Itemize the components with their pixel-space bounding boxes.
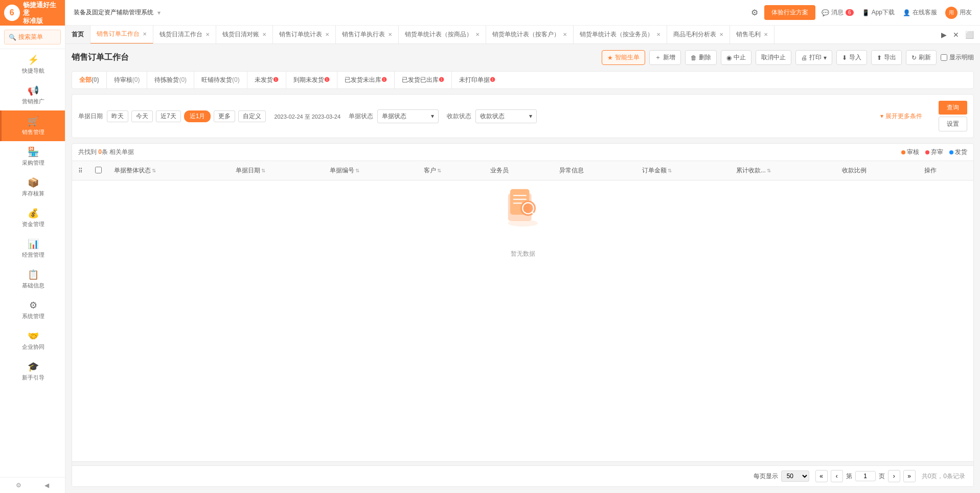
col-date[interactable]: 单据日期⇅ [230, 161, 324, 181]
sidebar-item-enterprise[interactable]: 🤝 企业协同 [0, 325, 65, 356]
close-tab-by-staff[interactable]: ✕ [656, 32, 660, 37]
status-select[interactable]: 单据状态 ▾ [377, 109, 439, 123]
sub-tab-overdue[interactable]: 到期未发货❶ [286, 72, 337, 88]
sub-tab-not-shipped[interactable]: 未发货❶ [247, 72, 286, 88]
sidebar-item-system[interactable]: ⚙ 系统管理 [0, 295, 65, 325]
col-amount[interactable]: 订单金额⇅ [636, 161, 730, 181]
sidebar-item-marketing[interactable]: 📢 营销推广 [0, 80, 65, 110]
horizontal-scrollbar[interactable] [72, 461, 973, 465]
tab-home[interactable]: 首页 [65, 26, 90, 44]
close-tab-sales-workbench[interactable]: ✕ [143, 31, 147, 37]
sidebar-item-inventory[interactable]: 📦 库存核算 [0, 172, 65, 203]
tab-sales-exec[interactable]: 销售订单执行表 ✕ [336, 26, 399, 44]
settings-icon[interactable]: ⚙ [16, 482, 21, 489]
table-header-row: ⠿ 单据整体状态⇅ 单据日期⇅ 单据编号⇅ 客户⇅ 业务员 异常信息 订单金额⇅… [72, 161, 973, 181]
sidebar-item-operations[interactable]: 📊 经营管理 [0, 233, 65, 264]
sidebar-item-finance[interactable]: 💰 资金管理 [0, 203, 65, 233]
close-tab-by-customer[interactable]: ✕ [563, 32, 567, 37]
print-icon: 🖨 [801, 54, 807, 61]
tab-sales-by-product[interactable]: 销货单统计表（按商品） ✕ [399, 26, 486, 44]
review-op[interactable]: 审核 [901, 148, 919, 156]
close-tab-by-product[interactable]: ✕ [475, 32, 480, 37]
sub-tab-pending-inspect[interactable]: 待拣验货(0) [147, 72, 194, 88]
sub-tab-shipped-not-out[interactable]: 已发货未出库❶ [337, 72, 395, 88]
collapse-icon[interactable]: ◀ [44, 482, 49, 489]
header-dropdown-icon[interactable]: ▾ [157, 9, 161, 16]
sub-tab-not-printed[interactable]: 未打印单据❶ [452, 72, 503, 88]
date-options: 昨天 今天 近7天 近1月 更多 自定义 [107, 110, 266, 122]
col-status[interactable]: 单据整体状态⇅ [108, 161, 230, 181]
setting-button[interactable]: 设置 [939, 117, 967, 131]
prev-page-btn[interactable]: ‹ [831, 470, 843, 482]
date-btn-yesterday[interactable]: 昨天 [107, 110, 128, 122]
user-item[interactable]: 用 用友 [945, 7, 972, 19]
page-number-input[interactable] [855, 471, 876, 481]
tab-cash-daily[interactable]: 钱货日清工作台 ✕ [153, 26, 216, 44]
sidebar-item-guide[interactable]: 🎓 新手引导 [0, 356, 65, 387]
tab-sales-more[interactable]: 销售毛利 ✕ [730, 26, 774, 44]
show-detail-checkbox[interactable]: 显示明细 [941, 53, 974, 62]
next-page-btn[interactable]: › [888, 470, 900, 482]
tab-sales-by-customer[interactable]: 销货单统计表（按客户） ✕ [486, 26, 574, 44]
stop-button[interactable]: ◉ 中止 [721, 50, 751, 65]
date-label: 单据日期 [78, 112, 103, 121]
add-button[interactable]: ＋ 新增 [649, 50, 681, 65]
expand-filter-button[interactable]: ▾ 展开更多条件 [880, 112, 922, 121]
payment-select[interactable]: 收款状态 ▾ [475, 109, 537, 123]
export-button[interactable]: ⬆ 导出 [871, 50, 902, 65]
tabs-close-all[interactable]: ✕ [951, 30, 961, 40]
tab-sales-by-staff[interactable]: 销货单统计表（按业务员） ✕ [574, 26, 667, 44]
industry-btn[interactable]: 体验行业方案 [764, 5, 815, 20]
tab-product-margin[interactable]: 商品毛利分析表 ✕ [667, 26, 730, 44]
date-btn-more[interactable]: 更多 [214, 110, 235, 122]
print-button[interactable]: 🖨 打印 ▾ [795, 50, 832, 65]
sidebar-item-sales[interactable]: 🛒 销售管理 [0, 110, 65, 141]
tab-sales-workbench[interactable]: 销售订单工作台 ✕ [90, 26, 153, 44]
close-tab-sales-exec[interactable]: ✕ [388, 32, 392, 37]
sub-tab-shipped-out[interactable]: 已发货已出库❶ [395, 72, 452, 88]
refresh-button[interactable]: ↻ 刷新 [906, 50, 937, 65]
sub-tab-pending-review[interactable]: 待审核(0) [107, 72, 148, 88]
cancel-stop-button[interactable]: 取消中止 [756, 50, 791, 65]
sidebar-item-basic-info[interactable]: 📋 基础信息 [0, 264, 65, 295]
date-btn-custom[interactable]: 自定义 [238, 110, 266, 122]
sub-tab-all[interactable]: 全部(0) [72, 72, 107, 88]
smart-create-button[interactable]: ★ 智能生单 [602, 50, 645, 65]
col-number[interactable]: 单据编号⇅ [324, 161, 418, 181]
query-button[interactable]: 查询 [939, 101, 967, 115]
date-btn-1month[interactable]: 近1月 [184, 110, 211, 122]
sub-tab-wangpu[interactable]: 旺铺待发货(0) [194, 72, 247, 88]
date-btn-today[interactable]: 今天 [131, 110, 153, 122]
select-all-checkbox[interactable] [95, 167, 102, 173]
col-customer[interactable]: 客户⇅ [418, 161, 484, 181]
header-gear-icon[interactable]: ⚙ [751, 8, 758, 17]
cancel-review-op[interactable]: 弃审 [925, 148, 943, 156]
first-page-btn[interactable]: « [815, 470, 828, 482]
online-service-item[interactable]: 👤 在线客服 [903, 8, 937, 17]
delete-button[interactable]: 🗑 删除 [685, 50, 717, 65]
col-collected[interactable]: 累计收款...⇅ [730, 161, 836, 181]
search-menu-button[interactable]: 🔍 搜索菜单 [4, 30, 61, 44]
close-tab-cash-reconcile[interactable]: ✕ [262, 32, 266, 37]
page-size-select[interactable]: 10 20 50 100 [781, 470, 809, 482]
tab-sales-stat[interactable]: 销售订单统计表 ✕ [273, 26, 336, 44]
sidebar-item-quick-nav[interactable]: ⚡ 快捷导航 [0, 49, 65, 80]
ship-op[interactable]: 发货 [949, 148, 967, 156]
close-tab-cash-daily[interactable]: ✕ [206, 32, 210, 37]
close-tab-margin[interactable]: ✕ [719, 32, 723, 37]
last-page-btn[interactable]: » [903, 470, 916, 482]
sidebar-item-purchase[interactable]: 🏪 采购管理 [0, 141, 65, 172]
tab-cash-reconcile[interactable]: 钱货日清对账 ✕ [216, 26, 273, 44]
close-tab-more[interactable]: ✕ [764, 32, 768, 37]
message-item[interactable]: 💬 消息 6 [822, 8, 854, 17]
tabs-scroll-right[interactable]: ▶ [939, 30, 949, 40]
show-detail-input[interactable] [941, 54, 947, 61]
app-download-item[interactable]: 📱 App下载 [862, 8, 895, 17]
col-staff[interactable]: 业务员 [484, 161, 553, 181]
delete-icon: 🗑 [691, 54, 697, 61]
import-button[interactable]: ⬇ 导入 [836, 50, 867, 65]
tabs-maximize[interactable]: ⬜ [963, 30, 976, 40]
date-btn-7days[interactable]: 近7天 [156, 110, 181, 122]
close-tab-sales-stat[interactable]: ✕ [325, 32, 329, 37]
select-all-col[interactable] [89, 161, 108, 181]
